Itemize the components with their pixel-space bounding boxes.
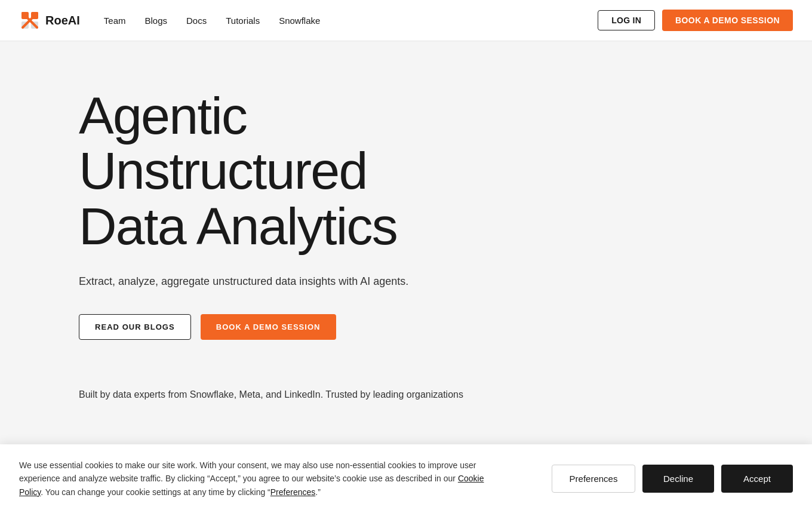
login-button[interactable]: LOG IN	[598, 10, 655, 30]
nav-link-snowflake[interactable]: Snowflake	[279, 16, 320, 26]
read-blogs-button[interactable]: READ OUR BLOGS	[79, 314, 191, 340]
hero-buttons: READ OUR BLOGS BOOK A DEMO SESSION	[79, 314, 733, 340]
logo[interactable]: RoeAI	[19, 10, 80, 31]
book-demo-nav-button[interactable]: BOOK A DEMO SESSION	[662, 10, 793, 31]
nav-link-tutorials[interactable]: Tutorials	[226, 16, 260, 26]
decline-button[interactable]: Decline	[642, 465, 714, 493]
preferences-inline-link[interactable]: Preferences	[270, 487, 315, 494]
nav-link-docs[interactable]: Docs	[186, 16, 207, 26]
nav-link-team[interactable]: Team	[104, 16, 126, 26]
hero-section: Agentic Unstructured Data Analytics Extr…	[0, 41, 812, 494]
hero-subtitle: Extract, analyze, aggregate unstructured…	[79, 273, 413, 290]
nav-right: LOG IN BOOK A DEMO SESSION	[598, 10, 793, 31]
logo-icon	[19, 10, 41, 31]
hero-tagline: Built by data experts from Snowflake, Me…	[79, 388, 733, 402]
navbar: RoeAI Team Blogs Docs Tutorials Snowflak…	[0, 0, 812, 41]
nav-links: Team Blogs Docs Tutorials Snowflake	[104, 16, 321, 26]
book-demo-button[interactable]: BOOK A DEMO SESSION	[201, 314, 336, 340]
hero-title: Agentic Unstructured Data Analytics	[79, 88, 733, 254]
logo-text: RoeAI	[45, 14, 80, 27]
accept-button[interactable]: Accept	[721, 465, 793, 493]
cookie-buttons: Preferences Decline Accept	[552, 465, 793, 493]
nav-link-blogs[interactable]: Blogs	[144, 16, 167, 26]
cookie-text: We use essential cookies to make our sit…	[19, 459, 509, 494]
preferences-button[interactable]: Preferences	[552, 465, 635, 493]
cookie-banner: We use essential cookies to make our sit…	[0, 444, 812, 494]
